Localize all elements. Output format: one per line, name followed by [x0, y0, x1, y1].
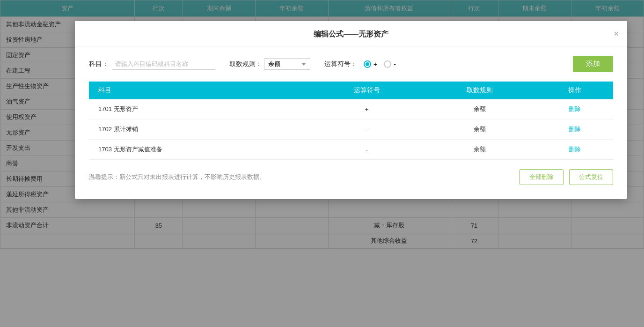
operator-plus-label: + [373, 60, 377, 68]
operator-group: 运算符号： + - [324, 60, 396, 68]
rule-cell: 余额 [423, 140, 536, 160]
modal-col-header: 科目 [89, 82, 310, 99]
subject-cell: 1703 无形资产减值准备 [89, 140, 310, 160]
operator-cell: - [310, 140, 423, 160]
delete-all-button[interactable]: 全部删除 [520, 169, 564, 185]
footer-buttons: 全部删除 公式复位 [520, 169, 613, 185]
edit-formula-modal: 编辑公式——无形资产 × 科目： 取数规则： 余额 借方发生额 贷方发生额 运算… [75, 21, 627, 199]
modal-col-header: 取数规则 [423, 82, 536, 99]
rule-cell: 余额 [423, 99, 536, 119]
operator-plus-radio[interactable] [364, 60, 371, 68]
operator-cell: + [310, 99, 423, 119]
rule-select[interactable]: 余额 借方发生额 贷方发生额 [264, 58, 310, 70]
operator-minus-radio[interactable] [384, 60, 391, 68]
subject-cell: 1702 累计摊销 [89, 119, 310, 140]
reset-button[interactable]: 公式复位 [569, 169, 613, 185]
delete-link[interactable]: 删除 [569, 105, 581, 112]
formula-table: 科目运算符号取数规则操作 1701 无形资产+余额删除1702 累计摊销-余额删… [89, 82, 613, 160]
delete-link[interactable]: 删除 [569, 146, 581, 153]
table-row: 1701 无形资产+余额删除 [89, 99, 613, 119]
operator-minus-label: - [394, 60, 396, 68]
modal-header: 编辑公式——无形资产 × [75, 21, 627, 46]
action-cell: 删除 [536, 119, 613, 140]
subject-field: 科目： [89, 59, 215, 70]
table-body: 1701 无形资产+余额删除1702 累计摊销-余额删除1703 无形资产减值准… [89, 99, 613, 160]
delete-link[interactable]: 删除 [569, 126, 581, 133]
rule-field: 取数规则： 余额 借方发生额 贷方发生额 [229, 58, 310, 70]
operator-label: 运算符号： [324, 60, 357, 68]
subject-label: 科目： [89, 60, 109, 68]
table-row: 1702 累计摊销-余额删除 [89, 119, 613, 140]
table-row: 1703 无形资产减值准备-余额删除 [89, 140, 613, 160]
data-table-wrapper: 科目运算符号取数规则操作 1701 无形资产+余额删除1702 累计摊销-余额删… [75, 82, 627, 160]
form-row: 科目： 取数规则： 余额 借方发生额 贷方发生额 运算符号： + - 添加 [75, 46, 627, 82]
modal-col-header: 运算符号 [310, 82, 423, 99]
operator-plus-option[interactable]: + [364, 60, 377, 68]
modal-title: 编辑公式——无形资产 [314, 30, 388, 38]
modal-footer: 温馨提示：新公式只对未出报表进行计算，不影响历史报表数据。 全部删除 公式复位 [75, 160, 627, 185]
action-cell: 删除 [536, 99, 613, 119]
subject-input[interactable] [112, 59, 215, 70]
rule-cell: 余额 [423, 119, 536, 140]
subject-cell: 1701 无形资产 [89, 99, 310, 119]
action-cell: 删除 [536, 140, 613, 160]
modal-col-header: 操作 [536, 82, 613, 99]
operator-cell: - [310, 119, 423, 140]
close-button[interactable]: × [614, 30, 619, 38]
rule-label: 取数规则： [229, 60, 262, 68]
operator-minus-option[interactable]: - [384, 60, 396, 68]
add-button[interactable]: 添加 [573, 56, 613, 72]
hint-text: 温馨提示：新公式只对未出报表进行计算，不影响历史报表数据。 [89, 173, 265, 181]
table-header-row: 科目运算符号取数规则操作 [89, 82, 613, 99]
